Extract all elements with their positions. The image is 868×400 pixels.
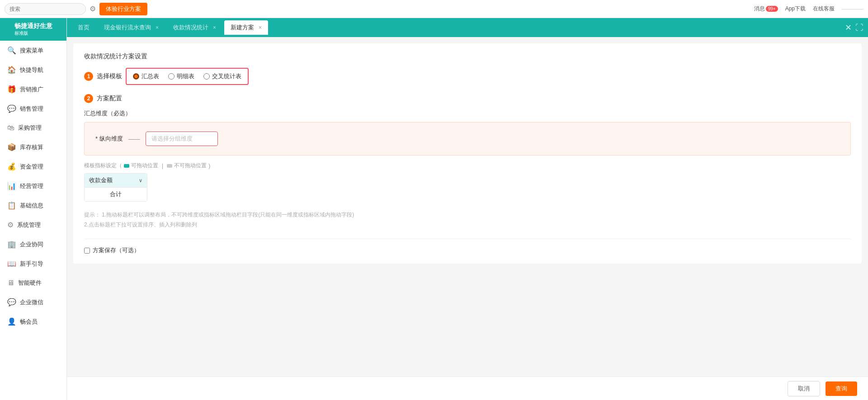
tab-close-all[interactable]: ✕ (845, 23, 852, 33)
logo-text: 畅捷通好生意 (14, 22, 52, 30)
list-icon: 📋 (7, 201, 16, 210)
sidebar-label: 系统管理 (17, 221, 41, 229)
settings-icon: ⚙ (7, 221, 14, 229)
radio-cross[interactable]: 交叉统计表 (203, 72, 241, 80)
dimension-area: * 纵向维度 —— 请选择分组维度 (84, 122, 851, 155)
fixed-label: 不可拖动位置 (174, 162, 207, 169)
save-option: 方案保存（可选） (84, 246, 851, 254)
page-footer: 取消 查询 (67, 376, 868, 400)
sidebar-item-purchase[interactable]: 🛍 采购管理 (0, 118, 66, 137)
hint-area: 提示： 1.拖动标题栏可以调整布局，不可跨维度或指标区域拖动栏目字段(只能在同一… (84, 210, 851, 230)
wechat-icon: 💬 (7, 298, 16, 306)
sidebar-item-guide[interactable]: 📖 新手引导 (0, 254, 66, 273)
dim-arrow: —— (128, 136, 140, 142)
sidebar-item-finance[interactable]: 💰 资金管理 (0, 157, 66, 176)
sidebar-item-operation[interactable]: 📊 经营管理 (0, 176, 66, 196)
sidebar-label: 采购管理 (18, 124, 42, 132)
tab-bar: 首页 现金银行流水查询 × 收款情况统计 × 新建方案 × ✕ ⛶ (67, 18, 868, 37)
money-icon: 💰 (7, 162, 16, 171)
tab-expand[interactable]: ⛶ (855, 23, 863, 33)
tab-new-plan-label: 新建方案 (231, 24, 254, 32)
tab-receipt-stat[interactable]: 收款情况统计 × (167, 20, 222, 35)
tab-receipt-stat-close[interactable]: × (213, 24, 216, 31)
top-bar-left: ⚙ 体验行业方案 (5, 3, 147, 15)
online-service[interactable]: 在线客服 (813, 5, 835, 13)
chart-icon: 📊 (7, 182, 16, 190)
tab-new-plan-close[interactable]: × (259, 24, 262, 31)
draggable-label: 可拖动位置 (131, 162, 158, 169)
chat-icon: 💬 (7, 104, 16, 113)
cancel-button[interactable]: 取消 (788, 381, 820, 396)
sidebar-item-marketing[interactable]: 🎁 营销推广 (0, 80, 66, 99)
hint-line-2: 2.点击标题栏下拉可设置排序、插入列和删除列 (84, 220, 851, 230)
radio-detail[interactable]: 明细表 (168, 72, 194, 80)
vertical-dim-label: * 纵向维度 (95, 135, 123, 143)
template-options: 汇总表 明细表 交叉统计表 (126, 68, 249, 85)
sidebar-item-sales[interactable]: 💬 销售管理 (0, 99, 66, 118)
sidebar-label: 新手引导 (20, 260, 43, 268)
tab-bank-flow-close[interactable]: × (156, 24, 159, 31)
draggable-hint: 模板指标设定（ 可拖动位置 | 不可拖动位置 ) (84, 162, 851, 169)
close-paren: ) (208, 163, 210, 169)
radio-detail-input[interactable] (168, 73, 175, 80)
tab-bank-flow[interactable]: 现金银行流水查询 × (98, 20, 165, 35)
separator: | (162, 163, 163, 169)
tab-home[interactable]: 首页 (71, 20, 96, 35)
radio-summary-input[interactable] (133, 73, 139, 80)
main-area: 首页 现金银行流水查询 × 收款情况统计 × 新建方案 × ✕ ⛶ 收款情况统计… (67, 18, 868, 400)
sidebar-label: 快捷导航 (20, 66, 43, 74)
message-badge: 99+ (766, 6, 778, 12)
tab-receipt-stat-label: 收款情况统计 (173, 24, 208, 32)
dim-select[interactable]: 请选择分组维度 (146, 132, 218, 146)
member-icon: 👤 (7, 317, 16, 326)
metrics-label-text: 模板指标设定（ (84, 162, 122, 169)
sidebar-item-system[interactable]: ⚙ 系统管理 (0, 215, 66, 235)
sidebar-label: 智能硬件 (18, 279, 42, 287)
sidebar-item-hardware[interactable]: 🖥 智能硬件 (0, 273, 66, 292)
building-icon: 🏢 (7, 240, 16, 249)
sidebar-label: 搜索菜单 (20, 47, 43, 55)
sidebar-label: 经营管理 (20, 182, 43, 190)
radio-cross-input[interactable] (203, 73, 210, 80)
hardware-icon: 🖥 (7, 279, 14, 287)
book-icon: 📖 (7, 259, 16, 268)
sidebar-label: 营销推广 (20, 85, 43, 94)
sidebar-label: 畅会员 (20, 318, 38, 326)
search-icon: 🔍 (7, 46, 16, 55)
trial-button[interactable]: 体验行业方案 (99, 3, 147, 15)
sidebar-label: 资金管理 (20, 163, 43, 171)
tab-bar-controls: ✕ ⛶ (845, 23, 863, 33)
stat-table: 收款金额 ∨ 合计 (84, 173, 147, 202)
sidebar-item-member[interactable]: 👤 畅会员 (0, 312, 66, 331)
drag-indicator-fixed (167, 164, 172, 168)
sidebar-item-wechat[interactable]: 💬 企业微信 (0, 292, 66, 312)
stat-header[interactable]: 收款金额 ∨ (85, 174, 147, 188)
sidebar-item-enterprise[interactable]: 🏢 企业协同 (0, 235, 66, 254)
home-icon: 🏠 (7, 66, 16, 74)
message-label[interactable]: 消息99+ (754, 5, 778, 13)
sidebar: 畅捷通好生意 标准版 🔍 搜索菜单 🏠 快捷导航 🎁 营销推广 💬 销售管理 🛍… (0, 18, 67, 400)
sidebar-item-basic[interactable]: 📋 基础信息 (0, 196, 66, 215)
chevron-down-icon[interactable]: ∨ (139, 178, 142, 184)
radio-detail-label: 明细表 (177, 72, 194, 80)
save-label: 方案保存（可选） (93, 246, 140, 254)
sidebar-item-search-menu[interactable]: 🔍 搜索菜单 (0, 41, 66, 60)
top-bar-right: 消息99+ App下载 在线客服 ———— (754, 5, 863, 13)
save-checkbox[interactable] (84, 248, 90, 254)
gear-icon[interactable]: ⚙ (90, 5, 96, 13)
sidebar-item-quick-nav[interactable]: 🏠 快捷导航 (0, 60, 66, 80)
box-icon: 📦 (7, 143, 16, 151)
search-input[interactable] (5, 3, 86, 15)
config-card: 收款情况统计方案设置 1 选择模板 汇总表 (73, 43, 862, 264)
sidebar-label: 基础信息 (20, 202, 43, 210)
section-config: 2 方案配置 汇总维度（必选） * 纵向维度 —— 请选择分组维度 (84, 94, 851, 230)
gift-icon: 🎁 (7, 85, 16, 94)
tab-new-plan[interactable]: 新建方案 × (224, 20, 268, 35)
logo-sub: 标准版 (14, 30, 52, 37)
radio-summary[interactable]: 汇总表 (133, 72, 159, 80)
page-content: 收款情况统计方案设置 1 选择模板 汇总表 (67, 37, 868, 376)
sidebar-item-inventory[interactable]: 📦 库存核算 (0, 137, 66, 157)
query-button[interactable]: 查询 (826, 381, 857, 396)
section-template: 1 选择模板 汇总表 明细表 (84, 68, 851, 85)
app-download[interactable]: App下载 (785, 5, 806, 13)
